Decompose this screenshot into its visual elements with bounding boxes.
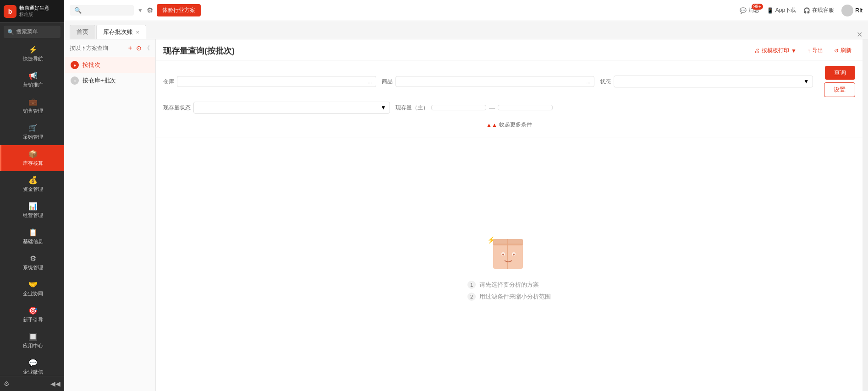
online-service-button[interactable]: 🎧 在线客服 bbox=[803, 6, 834, 14]
tab-home[interactable]: 首页 bbox=[70, 25, 95, 39]
sidebar-search[interactable]: 🔍 搜索菜单 bbox=[4, 26, 60, 38]
sidebar-item-basic[interactable]: 📋 基础信息 bbox=[0, 223, 64, 250]
left-panel-header: 按以下方案查询 ＋ ⊙ 《 bbox=[64, 39, 155, 57]
plan-inactive-icon: ○ bbox=[71, 76, 79, 85]
warehouse-filter-group: 仓库 ... bbox=[163, 76, 376, 87]
topbar-search-box[interactable]: 🔍 bbox=[70, 5, 134, 16]
hint-num-1: 1 bbox=[467, 281, 476, 289]
user-avatar-area[interactable]: Rit bbox=[841, 5, 863, 16]
settings-button[interactable]: 设置 bbox=[824, 82, 855, 97]
sidebar-item-guide[interactable]: 🎯 新手引导 bbox=[0, 302, 64, 328]
collapse-left-icon[interactable]: 《 bbox=[144, 44, 150, 52]
export-button[interactable]: ↑ 导出 bbox=[804, 45, 827, 56]
svg-point-5 bbox=[502, 254, 504, 255]
purchase-icon: 🛒 bbox=[28, 124, 38, 132]
sidebar-item-inventory[interactable]: 📦 库存核算 bbox=[0, 145, 64, 171]
sidebar-item-finance[interactable]: 💰 资金管理 bbox=[0, 171, 64, 197]
refresh-label: 刷新 bbox=[841, 47, 852, 54]
topbar-right: 💬 消息 99+ 📱 App下载 🎧 在线客服 Rit bbox=[740, 5, 863, 16]
topbar-search-input[interactable] bbox=[83, 7, 129, 14]
status-chevron-icon: ▼ bbox=[803, 78, 809, 85]
sidebar-item-label: 基础信息 bbox=[23, 238, 43, 245]
print-label: 按模板打印 bbox=[762, 47, 789, 54]
svg-text:⚡: ⚡ bbox=[487, 236, 495, 244]
avatar bbox=[841, 5, 853, 16]
message-button[interactable]: 💬 消息 99+ bbox=[740, 6, 759, 14]
marketing-icon: 📢 bbox=[28, 71, 38, 80]
inventory-status-select[interactable]: ▼ bbox=[193, 102, 390, 114]
tab-close-all-icon[interactable]: ✕ bbox=[851, 30, 868, 39]
inventory-status-chevron-icon: ▼ bbox=[380, 104, 386, 111]
filter-row-1: 仓库 ... 商品 ... 状态 bbox=[163, 66, 855, 97]
refresh-button[interactable]: ↺ 刷新 bbox=[830, 45, 855, 56]
plan-by-batch-label: 按批次 bbox=[82, 61, 100, 69]
sidebar-header: b 畅康通好生意 标准版 bbox=[0, 0, 64, 23]
filter-buttons: 查询 设置 bbox=[819, 66, 855, 97]
warehouse-more-icon[interactable]: ... bbox=[368, 79, 372, 84]
hint-text-2: 用过滤条件来缩小分析范围 bbox=[479, 293, 551, 301]
status-filter-select[interactable]: ▼ bbox=[614, 76, 813, 87]
trial-button[interactable]: 体验行业方案 bbox=[157, 4, 201, 16]
basic-icon: 📋 bbox=[28, 228, 38, 237]
sidebar-item-marketing[interactable]: 📢 营销推广 bbox=[0, 67, 64, 93]
empty-hints: 1 请先选择要分析的方案 2 用过滤条件来缩小分析范围 bbox=[467, 281, 551, 301]
filter-row-2: 现存量状态 ▼ 现存量（主） — bbox=[163, 102, 855, 114]
tab-home-label: 首页 bbox=[77, 28, 88, 36]
product-more-icon[interactable]: ... bbox=[586, 79, 590, 84]
status-filter-label: 状态 bbox=[600, 78, 611, 86]
sidebar-item-operation[interactable]: 📊 经营管理 bbox=[0, 197, 64, 223]
sidebar-item-sales[interactable]: 💼 销售管理 bbox=[0, 93, 64, 119]
online-service-label: 在线客服 bbox=[812, 6, 834, 14]
settings-icon[interactable]: ⚙ bbox=[4, 380, 10, 387]
left-panel-icons: ＋ ⊙ 《 bbox=[127, 44, 150, 52]
product-filter-group: 商品 ... bbox=[382, 76, 595, 87]
query-button[interactable]: 查询 bbox=[825, 66, 855, 80]
inventory-amount-from[interactable] bbox=[431, 105, 486, 110]
topbar-chevron-icon[interactable]: ▼ bbox=[137, 7, 143, 14]
sidebar-item-app-center[interactable]: 🔲 应用中心 bbox=[0, 328, 64, 354]
collapse-up-icon: ▲▲ bbox=[486, 122, 497, 128]
sidebar-item-enterprise[interactable]: 🤝 企业协同 bbox=[0, 276, 64, 302]
sidebar-item-label: 资金管理 bbox=[23, 186, 43, 193]
headset-icon: 🎧 bbox=[803, 7, 810, 14]
add-plan-icon[interactable]: ＋ bbox=[127, 44, 133, 52]
inventory-amount-to[interactable] bbox=[498, 105, 553, 110]
topbar-gear-icon[interactable]: ⚙ bbox=[147, 6, 153, 15]
settings-plan-icon[interactable]: ⊙ bbox=[136, 44, 142, 52]
app-download-label: App下载 bbox=[775, 6, 796, 14]
collapse-sidebar-icon[interactable]: ◀◀ bbox=[50, 380, 60, 387]
print-chevron-icon: ▼ bbox=[791, 48, 797, 54]
right-panel: 现存量查询(按批次) 🖨 按模板打印 ▼ ↑ 导出 ↺ 刷新 bbox=[156, 39, 863, 391]
message-badge: 99+ bbox=[752, 4, 763, 10]
scrollbar[interactable] bbox=[863, 39, 868, 391]
print-button[interactable]: 🖨 按模板打印 ▼ bbox=[751, 45, 800, 56]
sidebar-search-label: 搜索菜单 bbox=[16, 28, 38, 36]
product-filter-input[interactable]: ... bbox=[396, 76, 595, 87]
tab-inventory-batch[interactable]: 库存批次账 ✕ bbox=[96, 25, 146, 39]
sidebar-item-weixin[interactable]: 💬 企业微信 bbox=[0, 354, 64, 376]
empty-illustration-svg: ⚡ bbox=[482, 228, 537, 273]
content-area: 按以下方案查询 ＋ ⊙ 《 ● 按批次 ○ 按仓库+批次 现存量查询(按批次) bbox=[64, 39, 868, 391]
sidebar-footer: ⚙ ◀◀ bbox=[0, 376, 64, 391]
warehouse-filter-input[interactable]: ... bbox=[177, 76, 376, 87]
system-icon: ⚙ bbox=[30, 254, 36, 263]
sidebar-item-label: 新手引导 bbox=[23, 316, 43, 323]
plan-item-by-batch[interactable]: ● 按批次 bbox=[64, 57, 155, 73]
sidebar-item-purchase[interactable]: 🛒 采购管理 bbox=[0, 119, 64, 145]
plan-by-warehouse-batch-label: 按仓库+批次 bbox=[82, 76, 116, 85]
topbar-left: 🔍 ▼ ⚙ 体验行业方案 bbox=[70, 4, 736, 16]
app-download-button[interactable]: 📱 App下载 bbox=[767, 6, 796, 14]
sidebar-item-system[interactable]: ⚙ 系统管理 bbox=[0, 250, 64, 276]
sidebar-item-label: 企业微信 bbox=[23, 369, 43, 375]
sidebar-item-label: 采购管理 bbox=[23, 134, 43, 141]
left-panel: 按以下方案查询 ＋ ⊙ 《 ● 按批次 ○ 按仓库+批次 bbox=[64, 39, 156, 391]
sidebar-item-quick-nav[interactable]: ⚡ 快捷导航 bbox=[0, 41, 64, 67]
collapse-more-button[interactable]: ▲▲ 收起更多条件 bbox=[163, 118, 855, 131]
plan-item-by-warehouse-batch[interactable]: ○ 按仓库+批次 bbox=[64, 73, 155, 88]
enterprise-icon: 🤝 bbox=[28, 280, 38, 289]
app-logo: b bbox=[4, 5, 16, 18]
tabs-bar: 首页 库存批次账 ✕ ✕ bbox=[64, 21, 868, 39]
plan-active-icon: ● bbox=[71, 61, 79, 69]
tab-close-icon[interactable]: ✕ bbox=[136, 30, 139, 35]
collapse-more-label: 收起更多条件 bbox=[499, 121, 532, 129]
